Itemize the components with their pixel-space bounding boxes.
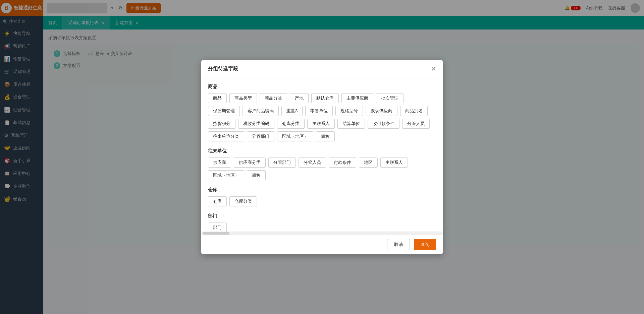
field-dept[interactable]: 部门 bbox=[208, 223, 227, 232]
field-tax-code[interactable]: 税收分类编码 bbox=[238, 119, 274, 129]
field-payment-terms[interactable]: 收付款条件 bbox=[368, 119, 399, 129]
field-retail-unit[interactable]: 零售单位 bbox=[305, 106, 333, 116]
field-main-contact[interactable]: 主联系人 bbox=[307, 119, 335, 129]
field-weight3[interactable]: 重量3 bbox=[281, 106, 303, 116]
field-manager[interactable]: 分管人员 bbox=[402, 119, 430, 129]
modal-overlay: 分组待选字段 ✕ 商品 商品 商品类型 商品分类 产地 默认仓库 主要供应商 批… bbox=[0, 0, 644, 251]
section-goods-fields: 商品 商品类型 商品分类 产地 默认仓库 主要供应商 批次管理 保质期管理 客户… bbox=[208, 93, 436, 141]
field-manager-partner[interactable]: 分管人员 bbox=[299, 158, 326, 168]
horizontal-scrollbar-thumb bbox=[203, 232, 229, 235]
field-partner-category[interactable]: 往来单位分类 bbox=[208, 131, 244, 141]
section-warehouse-title: 仓库 bbox=[208, 187, 436, 193]
section-goods: 商品 商品 商品类型 商品分类 产地 默认仓库 主要供应商 批次管理 保质期管理… bbox=[208, 84, 436, 141]
field-default-supplier[interactable]: 默认供应商 bbox=[366, 106, 397, 116]
field-warehouse-cat[interactable]: 仓库分类 bbox=[229, 196, 257, 206]
cancel-button[interactable]: 取消 bbox=[387, 239, 410, 250]
field-customer-goods-code[interactable]: 客户商品编码 bbox=[243, 106, 279, 116]
field-default-warehouse[interactable]: 默认仓库 bbox=[311, 93, 339, 103]
modal-body: 商品 商品 商品类型 商品分类 产地 默认仓库 主要供应商 批次管理 保质期管理… bbox=[201, 78, 443, 232]
field-pick-points[interactable]: 拣货积分 bbox=[208, 119, 235, 129]
field-select-modal: 分组待选字段 ✕ 商品 商品 商品类型 商品分类 产地 默认仓库 主要供应商 批… bbox=[201, 60, 443, 252]
section-partner-title: 往来单位 bbox=[208, 148, 436, 154]
section-goods-title: 商品 bbox=[208, 84, 436, 90]
confirm-button[interactable]: 查询 bbox=[414, 239, 436, 250]
field-goods[interactable]: 商品 bbox=[208, 93, 227, 103]
modal-horizontal-scrollbar[interactable] bbox=[201, 232, 443, 235]
field-goods-alias[interactable]: 商品别名 bbox=[400, 106, 428, 116]
field-supplier[interactable]: 供应商 bbox=[208, 158, 231, 168]
field-short-name-partner[interactable]: 简称 bbox=[247, 170, 266, 180]
field-warehouse[interactable]: 仓库 bbox=[208, 196, 227, 206]
field-payment-condition[interactable]: 付款条件 bbox=[329, 158, 356, 168]
section-warehouse: 仓库 仓库 仓库分类 bbox=[208, 187, 436, 206]
modal-footer: 取消 查询 bbox=[201, 235, 443, 252]
section-dept-title: 部门 bbox=[208, 213, 436, 219]
section-dept-fields: 部门 bbox=[208, 223, 436, 232]
field-batch-mgmt[interactable]: 批次管理 bbox=[376, 93, 404, 103]
modal-close-btn[interactable]: ✕ bbox=[431, 65, 436, 73]
section-partner: 往来单位 供应商 供应商分类 分管部门 分管人员 付款条件 地区 主联系人 区域… bbox=[208, 148, 436, 180]
field-spec-model[interactable]: 规格型号 bbox=[335, 106, 363, 116]
field-goods-type[interactable]: 商品类型 bbox=[229, 93, 257, 103]
section-dept: 部门 部门 bbox=[208, 213, 436, 232]
field-region-goods[interactable]: 区域（地区） bbox=[277, 131, 313, 141]
field-settlement-unit[interactable]: 结算单位 bbox=[337, 119, 365, 129]
field-region2-partner[interactable]: 区域（地区） bbox=[208, 170, 244, 180]
field-region-partner[interactable]: 地区 bbox=[359, 158, 378, 168]
section-warehouse-fields: 仓库 仓库分类 bbox=[208, 196, 436, 206]
field-origin[interactable]: 产地 bbox=[290, 93, 309, 103]
field-goods-category[interactable]: 商品分类 bbox=[260, 93, 287, 103]
modal-title: 分组待选字段 bbox=[208, 66, 238, 72]
field-main-supplier[interactable]: 主要供应商 bbox=[341, 93, 373, 103]
field-short-name-goods[interactable]: 简称 bbox=[316, 131, 335, 141]
modal-header: 分组待选字段 ✕ bbox=[201, 60, 443, 78]
field-warehouse-category[interactable]: 仓库分类 bbox=[277, 119, 305, 129]
field-shelf-life-mgmt[interactable]: 保质期管理 bbox=[208, 106, 240, 116]
field-supplier-category[interactable]: 供应商分类 bbox=[234, 158, 266, 168]
field-dept-managed[interactable]: 分管部门 bbox=[247, 131, 274, 141]
field-dept-managed-partner[interactable]: 分管部门 bbox=[268, 158, 296, 168]
section-partner-fields: 供应商 供应商分类 分管部门 分管人员 付款条件 地区 主联系人 区域（地区） … bbox=[208, 158, 436, 180]
field-main-contact-partner[interactable]: 主联系人 bbox=[380, 158, 408, 168]
